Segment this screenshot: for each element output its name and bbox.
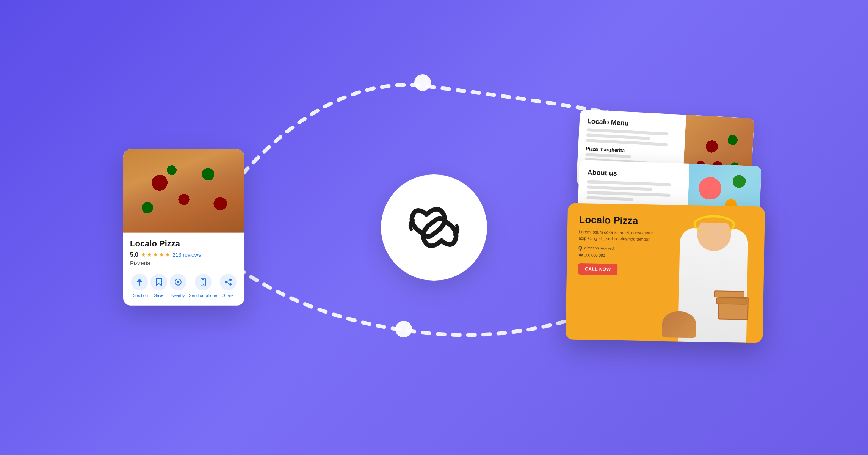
star-4: ★ [159, 251, 164, 258]
pizza-image [123, 149, 244, 233]
hero-address: direction required [578, 246, 664, 252]
direction-label: Direction [132, 293, 148, 298]
about-text-line-4 [586, 196, 633, 201]
svg-point-12 [579, 246, 582, 249]
action-direction[interactable]: Direction [131, 274, 148, 298]
svg-point-0 [414, 74, 431, 91]
share-icon-button[interactable] [220, 274, 237, 290]
rating-number: 5.0 [130, 251, 138, 258]
action-send-on-phone[interactable]: Send on phone [189, 274, 217, 298]
share-label: Share [222, 293, 233, 298]
menu-text-line-4 [585, 153, 631, 158]
star-2: ★ [147, 251, 152, 258]
nearby-icon-button[interactable] [170, 274, 186, 290]
nearby-label: Nearby [171, 293, 185, 298]
star-5: ★ [165, 251, 170, 258]
hero-phone: ☎ 100 000 000 [578, 253, 664, 259]
action-share[interactable]: Share [220, 274, 237, 298]
save-icon-button[interactable] [150, 274, 167, 290]
google-maps-card: Localo Pizza 5.0 ★ ★ ★ ★ ★ 213 reviews P… [123, 149, 244, 306]
send-on-phone-label: Send on phone [189, 293, 217, 298]
hero-cta-button[interactable]: CALL NOW [578, 263, 618, 275]
svg-line-10 [227, 280, 229, 281]
svg-point-4 [177, 281, 179, 283]
menu-card-title: Localo Menu [587, 117, 678, 130]
menu-text-line-3 [586, 139, 668, 146]
send-phone-icon-button[interactable] [195, 274, 212, 290]
star-3: ★ [153, 251, 158, 258]
pizza-visual-decoration [123, 149, 244, 233]
maps-actions-row: Direction Save [130, 272, 238, 298]
svg-point-7 [229, 279, 232, 281]
website-cards-group: Localo Menu Pizza margherita About us [563, 114, 760, 341]
hero-description: Lorem ipsum dolor sit amet, consectetur … [578, 229, 664, 243]
star-rating: ★ ★ ★ ★ ★ [141, 251, 170, 258]
about-card-title: About us [587, 168, 681, 180]
star-1: ★ [141, 251, 146, 258]
about-text-line-1 [587, 180, 671, 186]
main-scene: Localo Pizza 5.0 ★ ★ ★ ★ ★ 213 reviews P… [93, 38, 775, 417]
action-nearby[interactable]: Nearby [170, 274, 186, 298]
hero-business-name: Localo Pizza [579, 214, 665, 227]
business-name: Localo Pizza [130, 239, 238, 249]
action-save[interactable]: Save [150, 274, 167, 298]
svg-point-1 [395, 321, 412, 337]
direction-icon-button[interactable] [131, 274, 148, 290]
center-logo-circle [381, 174, 487, 281]
svg-point-8 [225, 281, 227, 283]
maps-card-content: Localo Pizza 5.0 ★ ★ ★ ★ ★ 213 reviews P… [123, 233, 244, 306]
svg-marker-2 [136, 279, 143, 286]
svg-point-9 [229, 283, 232, 286]
business-category: Pizzeria [130, 260, 238, 266]
localo-logo-icon [407, 201, 461, 254]
hero-card-content: Localo Pizza Lorem ipsum dolor sit amet,… [566, 203, 676, 287]
save-label: Save [154, 293, 163, 298]
website-card-hero: Localo Pizza Lorem ipsum dolor sit amet,… [566, 203, 765, 343]
rating-row: 5.0 ★ ★ ★ ★ ★ 213 reviews [130, 251, 238, 258]
svg-line-11 [227, 282, 229, 284]
menu-text-line-2 [586, 133, 650, 140]
review-count[interactable]: 213 reviews [172, 251, 201, 257]
about-text-line-3 [587, 191, 671, 197]
about-text-line-2 [587, 185, 652, 191]
